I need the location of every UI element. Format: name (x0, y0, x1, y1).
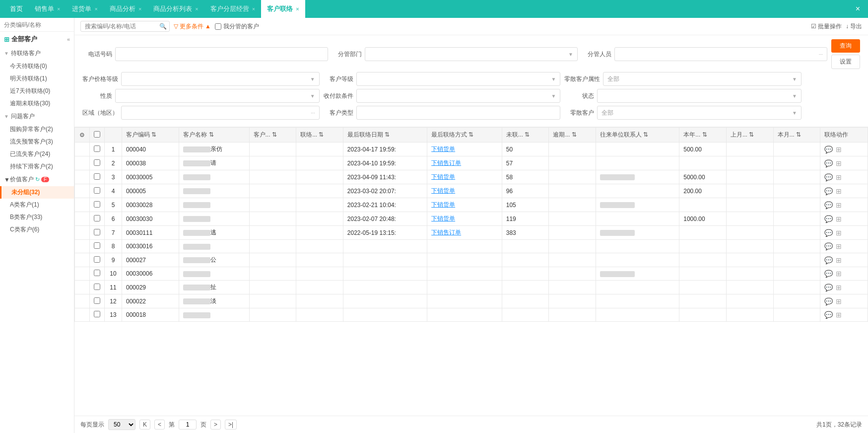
more-action-icon[interactable]: ⊞ (836, 242, 842, 250)
payment-input[interactable]: ▼ (356, 89, 561, 103)
row-last-contact-method[interactable] (427, 281, 502, 294)
more-action-icon[interactable]: ⊞ (836, 215, 842, 223)
row-name[interactable] (179, 170, 249, 184)
tab-close-sales[interactable]: × (57, 6, 60, 12)
customer-level-input[interactable]: ▼ (356, 72, 561, 86)
sidebar-group-pending[interactable]: ▼ 待联络客户 (0, 47, 74, 60)
sidebar-item-ungroups[interactable]: 未分组(32) (0, 186, 74, 199)
row-action[interactable]: 💬 ⊞ (820, 212, 868, 226)
more-action-icon[interactable]: ⊞ (836, 256, 842, 264)
status-input[interactable]: ▼ (597, 89, 801, 103)
tab-close-product-analysis[interactable]: × (138, 6, 141, 12)
sidebar-item-churned[interactable]: 已流失客户(24) (0, 148, 74, 160)
tab-customer-segment[interactable]: 客户分层经营 × (204, 0, 261, 18)
row-name[interactable]: 公 (179, 253, 249, 267)
row-name[interactable]: 扯 (179, 281, 249, 294)
more-action-icon[interactable]: ⊞ (836, 297, 842, 305)
row-checkbox[interactable] (90, 240, 105, 253)
chat-icon[interactable]: 💬 (824, 270, 833, 278)
sidebar-all-customers[interactable]: ⊞ 全部客户 « (0, 32, 74, 47)
filter-search-input[interactable] (85, 23, 159, 30)
chat-icon[interactable]: 💬 (824, 311, 833, 319)
manager-input[interactable]: ··· (614, 47, 827, 61)
row-name[interactable] (179, 212, 249, 226)
next-page-button[interactable]: > (210, 420, 221, 430)
select-all-checkbox[interactable] (94, 131, 100, 138)
row-name[interactable] (179, 267, 249, 281)
th-no-contact[interactable]: 未联... ⇅ (502, 128, 549, 143)
th-last-contact-method[interactable]: 最后联络方式 ⇅ (427, 128, 502, 143)
chat-icon[interactable]: 💬 (824, 284, 833, 291)
sidebar-search-input[interactable] (4, 21, 74, 28)
th-this-year[interactable]: 本年... ⇅ (679, 128, 727, 143)
row-action[interactable]: 💬 ⊞ (820, 308, 868, 322)
tab-product-analysis[interactable]: 商品分析 × (104, 0, 147, 18)
row-last-contact-method[interactable]: 下销货单 (427, 170, 502, 184)
row-action[interactable]: 💬 ⊞ (820, 184, 868, 198)
row-name[interactable]: 逃 (179, 226, 249, 240)
th-customer-type[interactable]: 客户... ⇅ (249, 128, 296, 143)
row-checkbox[interactable] (90, 170, 105, 184)
sidebar-item-tomorrow-pending[interactable]: 明天待联络(1) (0, 72, 74, 85)
row-checkbox[interactable] (90, 308, 105, 322)
more-action-icon[interactable]: ⊞ (836, 145, 842, 153)
th-customer-code[interactable]: 客户编码 ⇅ (122, 128, 179, 143)
sidebar-item-overdue-pending[interactable]: 逾期未联络(30) (0, 97, 74, 110)
tab-close-customer-contact[interactable]: × (296, 6, 299, 12)
row-checkbox[interactable] (90, 267, 105, 281)
reset-button[interactable]: 设置 (831, 55, 860, 69)
row-action[interactable]: 💬 ⊞ (820, 156, 868, 170)
row-action[interactable]: 💬 ⊞ (820, 267, 868, 281)
more-action-icon[interactable]: ⊞ (836, 187, 842, 195)
more-action-icon[interactable]: ⊞ (836, 201, 842, 209)
row-checkbox[interactable] (90, 143, 105, 156)
last-page-button[interactable]: >| (225, 420, 237, 430)
tab-purchase[interactable]: 进货单 × (66, 0, 103, 18)
chat-icon[interactable]: 💬 (824, 201, 833, 209)
chat-icon[interactable]: 💬 (824, 256, 833, 264)
row-name[interactable] (179, 240, 249, 253)
customer-type-input[interactable] (356, 106, 561, 120)
row-checkbox[interactable] (90, 156, 105, 170)
sidebar-item-hoarding-abnormal[interactable]: 囤购异常客户(2) (0, 123, 74, 136)
sidebar-item-declining[interactable]: 持续下滑客户(2) (0, 160, 74, 173)
page-size-select[interactable]: 50 100 200 (108, 419, 135, 430)
row-name[interactable] (179, 198, 249, 212)
chat-icon[interactable]: 💬 (824, 173, 833, 181)
prev-page-button[interactable]: < (154, 420, 165, 430)
filter-search-icon[interactable]: 🔍 (159, 23, 167, 30)
row-action[interactable]: 💬 ⊞ (820, 240, 868, 253)
tab-close-purchase[interactable]: × (94, 6, 97, 12)
more-action-icon[interactable]: ⊞ (836, 270, 842, 278)
th-settings[interactable]: ⚙ (75, 128, 90, 143)
th-this-month[interactable]: 本月... ⇅ (773, 128, 820, 143)
nature-input[interactable]: ▼ (115, 89, 320, 103)
dept-input[interactable]: ▼ (365, 47, 578, 61)
sidebar-group-value[interactable]: ▼ 价值客户 ↻ F (0, 173, 74, 186)
row-action[interactable]: 💬 ⊞ (820, 198, 868, 212)
row-name[interactable]: 亲仿 (179, 143, 249, 156)
row-checkbox[interactable] (90, 212, 105, 226)
row-last-contact-method[interactable]: 下销货单 (427, 143, 502, 156)
refresh-icon[interactable]: ↻ (35, 176, 40, 183)
sidebar-item-class-c[interactable]: C类客户(6) (0, 223, 74, 236)
filter-search-box[interactable]: 🔍 (80, 21, 170, 32)
sidebar-item-7days-pending[interactable]: 近7天待联络(0) (0, 85, 74, 97)
retail-attr-input[interactable]: 全部▼ (603, 72, 801, 86)
row-last-contact-method[interactable]: 下销售订单 (427, 156, 502, 170)
batch-op-button[interactable]: ☑ 批量操作 (811, 22, 842, 31)
more-conditions-btn[interactable]: ▽ 更多条件 ▲ (174, 22, 211, 31)
row-name[interactable]: 淡 (179, 294, 249, 308)
th-contact[interactable]: 联络... ⇅ (296, 128, 343, 143)
sidebar-group-problem[interactable]: ▼ 问题客户 (0, 110, 74, 123)
sidebar-collapse-icon[interactable]: « (67, 36, 70, 42)
query-button[interactable]: 查询 (831, 39, 860, 53)
row-last-contact-method[interactable] (427, 253, 502, 267)
my-customer-checkbox[interactable] (215, 23, 221, 30)
region-input[interactable]: ··· (121, 106, 320, 120)
th-overdue[interactable]: 逾期... ⇅ (549, 128, 596, 143)
row-name[interactable]: 请 (179, 156, 249, 170)
row-name[interactable] (179, 308, 249, 322)
phone-input[interactable] (115, 47, 328, 61)
row-checkbox[interactable] (90, 281, 105, 294)
